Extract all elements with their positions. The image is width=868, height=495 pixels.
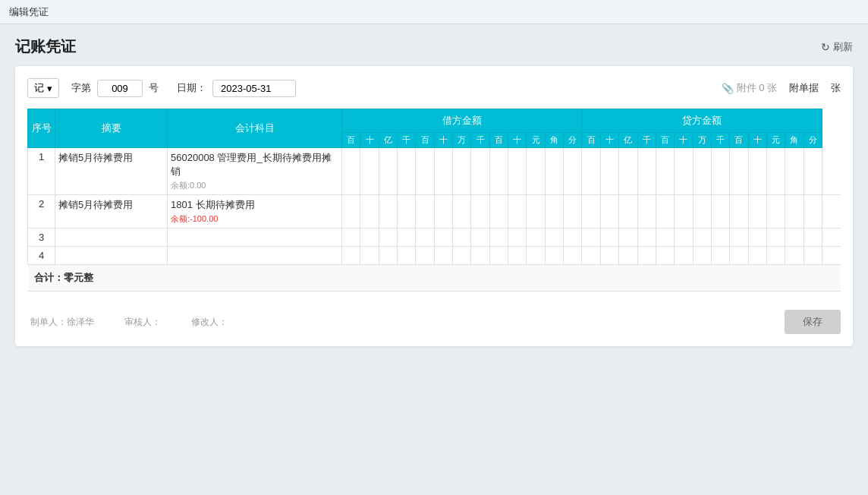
credit-cell-2-12[interactable]	[804, 229, 822, 247]
debit-cell-0-1[interactable]	[360, 148, 379, 195]
debit-cell-0-10[interactable]	[527, 148, 545, 195]
credit-cell-1-12[interactable]	[804, 195, 822, 229]
debit-cell-3-11[interactable]	[545, 247, 563, 265]
credit-cell-2-4[interactable]	[656, 229, 674, 247]
credit-cell-0-12[interactable]	[804, 148, 822, 195]
debit-cell-0-6[interactable]	[453, 148, 471, 195]
cell-summary-2[interactable]	[55, 229, 168, 247]
credit-cell-3-2[interactable]	[619, 247, 637, 265]
credit-cell-1-0[interactable]	[582, 195, 600, 229]
cell-subject-2[interactable]	[168, 229, 342, 247]
debit-cell-3-4[interactable]	[416, 247, 434, 265]
cell-summary-3[interactable]	[55, 247, 168, 265]
credit-cell-2-3[interactable]	[637, 229, 656, 247]
debit-cell-2-9[interactable]	[508, 229, 527, 247]
debit-cell-2-7[interactable]	[471, 229, 489, 247]
credit-cell-0-2[interactable]	[619, 148, 637, 195]
debit-cell-1-1[interactable]	[360, 195, 379, 229]
cell-subject-1[interactable]: 1801 长期待摊费用余额:-100.00	[168, 195, 342, 229]
debit-cell-1-0[interactable]	[342, 195, 360, 229]
credit-cell-1-4[interactable]	[656, 195, 674, 229]
debit-cell-2-11[interactable]	[545, 229, 563, 247]
credit-cell-0-4[interactable]	[656, 148, 674, 195]
debit-cell-1-8[interactable]	[489, 195, 508, 229]
credit-cell-0-5[interactable]	[675, 148, 693, 195]
credit-cell-0-8[interactable]	[730, 148, 748, 195]
credit-cell-3-4[interactable]	[656, 247, 674, 265]
debit-cell-1-2[interactable]	[379, 195, 397, 229]
credit-cell-2-0[interactable]	[582, 229, 600, 247]
credit-cell-2-1[interactable]	[600, 229, 618, 247]
debit-cell-0-3[interactable]	[398, 148, 416, 195]
debit-cell-3-8[interactable]	[489, 247, 508, 265]
credit-cell-0-1[interactable]	[600, 148, 618, 195]
credit-cell-0-11[interactable]	[785, 148, 804, 195]
zi-input[interactable]	[97, 80, 143, 97]
debit-cell-3-1[interactable]	[360, 247, 379, 265]
debit-cell-2-12[interactable]	[564, 229, 582, 247]
cell-subject-3[interactable]	[168, 247, 342, 265]
credit-cell-0-6[interactable]	[693, 148, 711, 195]
credit-cell-3-0[interactable]	[582, 247, 600, 265]
credit-cell-2-10[interactable]	[766, 229, 785, 247]
debit-cell-2-4[interactable]	[416, 229, 434, 247]
credit-cell-0-9[interactable]	[748, 148, 766, 195]
credit-cell-1-10[interactable]	[766, 195, 785, 229]
debit-cell-0-2[interactable]	[379, 148, 397, 195]
debit-cell-1-7[interactable]	[471, 195, 489, 229]
credit-cell-3-9[interactable]	[748, 247, 766, 265]
credit-cell-0-10[interactable]	[766, 148, 785, 195]
debit-cell-0-4[interactable]	[416, 148, 434, 195]
credit-cell-3-11[interactable]	[785, 247, 804, 265]
credit-cell-2-8[interactable]	[730, 229, 748, 247]
debit-cell-2-8[interactable]	[489, 229, 508, 247]
table-row[interactable]: 1摊销5月待摊费用56020008 管理费用_长期待摊费用摊销余额:0.00	[28, 148, 841, 195]
credit-cell-3-1[interactable]	[600, 247, 618, 265]
debit-cell-2-10[interactable]	[527, 229, 545, 247]
table-row[interactable]: 2摊销5月待摊费用1801 长期待摊费用余额:-100.00	[28, 195, 841, 229]
debit-cell-1-11[interactable]	[545, 195, 563, 229]
credit-cell-3-5[interactable]	[675, 247, 693, 265]
cell-summary-1[interactable]: 摊销5月待摊费用	[55, 195, 168, 229]
credit-cell-1-2[interactable]	[619, 195, 637, 229]
debit-cell-3-7[interactable]	[471, 247, 489, 265]
save-button[interactable]: 保存	[785, 310, 841, 334]
debit-cell-1-6[interactable]	[453, 195, 471, 229]
table-row[interactable]: 3	[28, 229, 841, 247]
credit-cell-1-11[interactable]	[785, 195, 804, 229]
credit-cell-0-7[interactable]	[711, 148, 729, 195]
cell-subject-0[interactable]: 56020008 管理费用_长期待摊费用摊销余额:0.00	[168, 148, 342, 195]
debit-cell-3-5[interactable]	[434, 247, 452, 265]
refresh-button[interactable]: ↻ 刷新	[821, 40, 853, 54]
credit-cell-3-7[interactable]	[711, 247, 729, 265]
debit-cell-2-2[interactable]	[379, 229, 397, 247]
credit-cell-1-9[interactable]	[748, 195, 766, 229]
debit-cell-0-5[interactable]	[434, 148, 452, 195]
credit-cell-0-3[interactable]	[637, 148, 656, 195]
debit-cell-0-8[interactable]	[489, 148, 508, 195]
danju-button[interactable]: 附单据	[789, 81, 819, 95]
credit-cell-3-3[interactable]	[637, 247, 656, 265]
credit-cell-0-0[interactable]	[582, 148, 600, 195]
debit-cell-3-2[interactable]	[379, 247, 397, 265]
credit-cell-1-3[interactable]	[637, 195, 656, 229]
debit-cell-0-7[interactable]	[471, 148, 489, 195]
credit-cell-3-8[interactable]	[730, 247, 748, 265]
debit-cell-0-12[interactable]	[564, 148, 582, 195]
debit-cell-1-12[interactable]	[564, 195, 582, 229]
debit-cell-2-5[interactable]	[434, 229, 452, 247]
date-input[interactable]	[212, 80, 296, 97]
ji-select[interactable]: 记 ▾	[27, 78, 59, 98]
debit-cell-1-3[interactable]	[398, 195, 416, 229]
credit-cell-2-11[interactable]	[785, 229, 804, 247]
credit-cell-1-8[interactable]	[730, 195, 748, 229]
debit-cell-1-10[interactable]	[527, 195, 545, 229]
credit-cell-1-6[interactable]	[693, 195, 711, 229]
debit-cell-0-11[interactable]	[545, 148, 563, 195]
credit-cell-3-12[interactable]	[804, 247, 822, 265]
credit-cell-1-1[interactable]	[600, 195, 618, 229]
credit-cell-2-9[interactable]	[748, 229, 766, 247]
debit-cell-1-9[interactable]	[508, 195, 527, 229]
cell-summary-0[interactable]: 摊销5月待摊费用	[55, 148, 168, 195]
debit-cell-2-6[interactable]	[453, 229, 471, 247]
